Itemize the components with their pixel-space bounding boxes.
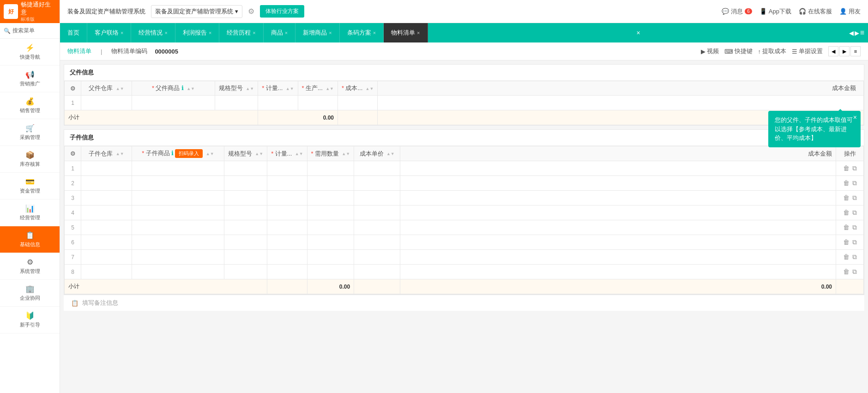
sidebar-item-marketing[interactable]: 📢 营销推广 [0,66,60,92]
app-download-btn[interactable]: 📱 App下载 [760,7,791,16]
child-unit-cell[interactable] [267,235,307,250]
tab-bom-list[interactable]: 物料清单 × [384,23,428,42]
th-child-unitcost[interactable]: 成本单价 ▲▼ [354,146,400,161]
child-spec-cell[interactable] [224,161,267,176]
sidebar-item-quick-nav[interactable]: ⚡ 快捷导航 [0,39,60,66]
child-costamount-cell[interactable] [400,220,836,235]
copy-icon[interactable]: ⧉ [852,164,857,172]
copy-icon[interactable]: ⧉ [852,268,857,276]
child-warehouse-cell[interactable] [81,206,132,220]
child-warehouse-cell[interactable] [81,220,132,235]
child-needed-cell[interactable] [307,265,354,279]
child-spec-cell[interactable] [224,191,267,206]
child-unitcost-cell[interactable] [354,161,400,176]
sidebar-item-inventory[interactable]: 📦 库存核算 [0,146,60,173]
sidebar-item-system[interactable]: ⚙ 系统管理 [0,253,60,280]
delete-icon[interactable]: 🗑 [843,268,850,276]
delete-icon[interactable]: 🗑 [843,179,850,187]
child-unitcost-cell[interactable] [354,176,400,191]
copy-icon[interactable]: ⧉ [852,224,857,231]
tab-menu-btn[interactable]: ≡ [860,29,864,37]
child-costamount-cell[interactable] [400,176,836,191]
child-product-cell[interactable] [132,235,224,250]
copy-icon[interactable]: ⧉ [852,209,857,217]
child-warehouse-cell[interactable] [81,176,132,191]
th-parent-cost[interactable]: * 成本... ▲▼ [338,81,378,96]
child-unit-cell[interactable] [267,250,307,265]
th-child-spec[interactable]: 规格型号 ▲▼ [224,146,267,161]
child-costamount-cell[interactable] [400,235,836,250]
tab-close-icon[interactable]: × [253,30,255,36]
child-spec-cell[interactable] [224,235,267,250]
view-video-btn[interactable]: ▶ 视频 [701,47,719,55]
tab-nav-left-btn[interactable]: ◀ [849,30,854,36]
tab-close-icon[interactable]: × [329,30,332,36]
user-btn[interactable]: 👤 用友 [839,7,861,16]
th-child-settings[interactable]: ⚙ [65,146,81,161]
tab-nav-right-btn[interactable]: ▶ [855,30,859,36]
single-setting-btn[interactable]: ☰ 单据设置 [792,47,823,55]
child-warehouse-cell[interactable] [81,265,132,279]
doc-menu-btn[interactable]: ≡ [850,46,861,56]
tab-customer[interactable]: 客户联络 × [87,23,131,42]
child-spec-cell[interactable] [224,206,267,220]
sidebar-item-sales[interactable]: 💰 销售管理 [0,92,60,119]
tab-operations-status[interactable]: 经营情况 × [131,23,175,42]
system-selector[interactable]: 装备及固定资产辅助管理系统 ▾ [151,5,242,18]
tab-operations-history[interactable]: 经营历程 × [219,23,263,42]
tab-close-icon[interactable]: × [209,30,211,36]
child-needed-cell[interactable] [307,206,354,220]
child-spec-cell[interactable] [224,176,267,191]
delete-icon[interactable]: 🗑 [843,224,850,231]
tab-barcode[interactable]: 条码方案 × [340,23,384,42]
child-unit-cell[interactable] [267,176,307,191]
child-warehouse-cell[interactable] [81,235,132,250]
delete-icon[interactable]: 🗑 [843,238,850,246]
th-parent-unit[interactable]: * 计量... ▲▼ [258,81,298,96]
tab-profit-report[interactable]: 利润报告 × [175,23,219,42]
child-costamount-cell[interactable] [400,191,836,206]
child-unitcost-cell[interactable] [354,235,400,250]
th-child-product[interactable]: * 子件商品 ℹ 扫码录入 ▲▼ [132,146,224,161]
child-costamount-cell[interactable] [400,206,836,220]
child-needed-cell[interactable] [307,161,354,176]
child-unit-cell[interactable] [267,206,307,220]
child-product-cell[interactable] [132,176,224,191]
copy-icon[interactable]: ⧉ [852,179,857,187]
sidebar-item-basic-info[interactable]: 📋 基础信息 [0,226,60,253]
parent-costamount-cell[interactable] [378,96,864,110]
th-child-needed[interactable]: * 需用数量 ▲▼ [307,146,354,161]
try-button[interactable]: 体验行业方案 [260,5,304,18]
parent-unit-cell[interactable] [258,96,298,110]
child-unit-cell[interactable] [267,191,307,206]
child-unitcost-cell[interactable] [354,250,400,265]
th-parent-warehouse[interactable]: 父件仓库 ▲▼ [81,81,132,96]
child-needed-cell[interactable] [307,191,354,206]
tab-close-icon[interactable]: × [373,30,376,36]
child-needed-cell[interactable] [307,250,354,265]
child-costamount-cell[interactable] [400,250,836,265]
child-unit-cell[interactable] [267,220,307,235]
child-spec-cell[interactable] [224,250,267,265]
tab-close-icon[interactable]: × [285,30,288,36]
copy-icon[interactable]: ⧉ [852,194,857,202]
sidebar-item-finance[interactable]: 💳 资金管理 [0,173,60,200]
message-btn[interactable]: 💬 消息 6 [722,7,752,16]
sidebar-item-guide[interactable]: 🔰 新手引导 [0,307,60,333]
child-product-cell[interactable] [132,220,224,235]
child-product-cell[interactable] [132,250,224,265]
parent-spec-cell[interactable] [215,96,258,110]
child-warehouse-cell[interactable] [81,250,132,265]
scan-input-btn[interactable]: 扫码录入 [175,149,203,158]
tab-products[interactable]: 商品 × [264,23,295,42]
doc-prev-btn[interactable]: ◀ [828,46,838,56]
th-child-unit[interactable]: * 计量... ▲▼ [267,146,307,161]
tab-area-close-btn[interactable]: × [631,29,645,36]
tab-close-icon[interactable]: × [121,30,123,36]
child-product-cell[interactable] [132,191,224,206]
sidebar-item-purchase[interactable]: 🛒 采购管理 [0,119,60,146]
tab-add-product[interactable]: 新增商品 × [295,23,339,42]
tab-close-icon[interactable]: × [164,30,167,36]
parent-production-cell[interactable] [298,96,338,110]
doc-next-btn[interactable]: ▶ [839,46,850,56]
